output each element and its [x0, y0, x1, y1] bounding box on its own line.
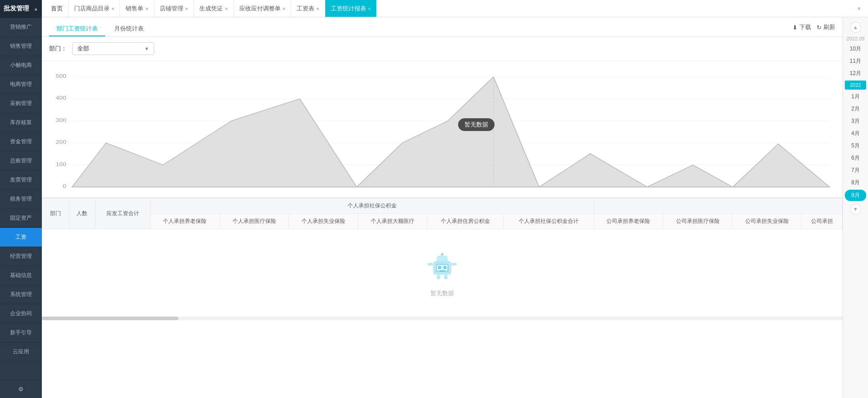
timeline-aug[interactable]: 8月 [843, 176, 868, 189]
sidebar-item-zijin[interactable]: 资金管理 [0, 132, 42, 151]
svg-text:300: 300 [56, 117, 66, 123]
gear-icon: ⚙ [18, 386, 24, 393]
sidebar-item-fapiao[interactable]: 发票管理 [0, 171, 42, 190]
download-icon: ⬇ [792, 24, 797, 31]
col-gs-shiye: 公司承担失业保险 [732, 214, 802, 229]
tab-mendian[interactable]: 门店商品目录 × [69, 0, 120, 17]
col-shiye: 个人承担失业保险 [289, 214, 358, 229]
sidebar-item-jingying[interactable]: 经营管理 [0, 247, 42, 266]
tab-dianpu[interactable]: 店铺管理 × [154, 0, 194, 17]
sidebar-item-xinshou[interactable]: 新手引导 [0, 323, 42, 343]
tab-xiaoshoudan[interactable]: 销售单 × [120, 0, 154, 17]
sidebar-header[interactable]: 批发管理 ▲ [0, 0, 42, 18]
svg-rect-24 [451, 263, 457, 266]
table-wrapper[interactable]: 部门 人数 应发工资合计 个人承担社保公积金 个人承担养老保险 个人承担医疗保险… [42, 197, 843, 398]
col-yiliao: 个人承担医疗保险 [220, 214, 289, 229]
tab-home[interactable]: 首页 [45, 0, 69, 17]
sidebar-item-xiaochang[interactable]: 小畅电商 [0, 56, 42, 75]
col-gs-yanglao: 公司承担养老保险 [594, 214, 663, 229]
empty-robot-icon [424, 247, 460, 284]
empty-label: 暂无数据 [430, 289, 454, 297]
sidebar-item-yunyingyong[interactable]: 云应用 [0, 343, 42, 362]
timeline-oct[interactable]: 10月 [843, 43, 868, 55]
timeline-apr[interactable]: 4月 [843, 127, 868, 140]
timeline-dec[interactable]: 12月 [843, 67, 868, 80]
tab-gongzibiao[interactable]: 工资表 × [291, 0, 325, 17]
timeline-sidebar: ▲ 2022.09 10月 11月 12月 2022 1月 2月 3月 4月 [843, 17, 868, 398]
svg-rect-23 [428, 263, 433, 266]
tab-close-all[interactable]: × [853, 3, 864, 14]
tab-yingshouyingfu[interactable]: 应收应付调整单 × [234, 0, 291, 17]
department-select[interactable]: 全部 ▼ [72, 42, 154, 55]
timeline-sep[interactable]: 9月 [845, 190, 866, 201]
svg-point-19 [439, 267, 440, 268]
close-all-icon: × [857, 5, 861, 12]
empty-state: 暂无数据 [42, 229, 843, 316]
content-area: 部门工资统计表 月份统计表 ⬇ 下载 ↻ 刷新 [42, 17, 868, 398]
page-content: 部门工资统计表 月份统计表 ⬇ 下载 ↻ 刷新 [42, 17, 843, 398]
col-group-company [594, 198, 842, 214]
tab-close-shengcheng[interactable]: × [225, 6, 227, 11]
timeline-mar[interactable]: 3月 [843, 115, 868, 127]
download-button[interactable]: ⬇ 下载 [792, 23, 811, 31]
tab-close-gongzitongji[interactable]: × [368, 6, 371, 11]
col-geren-heji: 个人承担社保公积金合计 [503, 214, 594, 229]
chart-svg: 0 100 200 300 400 500 [49, 65, 835, 193]
chevron-down-icon: ▼ [144, 46, 149, 51]
timeline-may[interactable]: 5月 [843, 140, 868, 152]
sidebar-item-jichu[interactable]: 基础信息 [0, 266, 42, 285]
svg-marker-12 [72, 77, 829, 187]
timeline-down-button[interactable]: ▼ [850, 204, 861, 215]
sidebar-item-caigou[interactable]: 采购管理 [0, 94, 42, 113]
filter-department-label: 部门： [49, 45, 67, 53]
tab-shengcheng[interactable]: 生成凭证 × [194, 0, 233, 17]
sidebar: 批发管理 ▲ 营销推广 销售管理 小畅电商 电商管理 采购管理 库存核算 资金管… [0, 0, 42, 398]
tab-close-gongzibiao[interactable]: × [316, 6, 319, 11]
timeline-jun[interactable]: 6月 [843, 152, 868, 164]
filter-bar: 部门： 全部 ▼ [42, 37, 843, 61]
tab-close-xiaoshoudan[interactable]: × [145, 6, 148, 11]
sidebar-item-guding[interactable]: 固定资产 [0, 209, 42, 228]
sidebar-collapse-icon[interactable]: ▲ [34, 6, 38, 11]
sidebar-settings[interactable]: ⚙ [0, 380, 42, 398]
refresh-button[interactable]: ↻ 刷新 [817, 23, 835, 31]
sidebar-item-xitong[interactable]: 系统管理 [0, 285, 42, 304]
sidebar-item-xiaoshou[interactable]: 销售管理 [0, 37, 42, 56]
empty-row: 暂无数据 [42, 229, 843, 316]
svg-text:200: 200 [56, 139, 66, 145]
stats-table: 部门 人数 应发工资合计 个人承担社保公积金 个人承担养老保险 个人承担医疗保险… [42, 198, 843, 316]
tab-close-mendian[interactable]: × [111, 6, 114, 11]
sidebar-item-zongzhang[interactable]: 总账管理 [0, 151, 42, 171]
sidebar-item-gongzi[interactable]: 工资 [0, 228, 42, 247]
timeline-year-2022: 2022.09 [843, 35, 868, 43]
svg-rect-26 [444, 275, 448, 279]
tab-close-dianpu[interactable]: × [185, 6, 188, 11]
timeline-up-button[interactable]: ▲ [850, 22, 861, 33]
col-da-e: 个人承担大额医疗 [358, 214, 427, 229]
svg-point-20 [444, 267, 446, 268]
timeline-jan[interactable]: 1月 [843, 91, 868, 103]
col-gs-other: 公司承担 [802, 214, 843, 229]
col-yanglao: 个人承担养老保险 [150, 214, 219, 229]
timeline-jul[interactable]: 7月 [843, 164, 868, 176]
timeline-nov[interactable]: 11月 [843, 55, 868, 67]
col-renshu: 人数 [69, 198, 96, 229]
svg-text:100: 100 [56, 161, 66, 167]
sidebar-item-yingxiao[interactable]: 营销推广 [0, 18, 42, 37]
tab-gongzitongji[interactable]: 工资统计报表 × [325, 0, 377, 17]
sidebar-item-shuiwu[interactable]: 税务管理 [0, 190, 42, 209]
sidebar-item-dianshang[interactable]: 电商管理 [0, 75, 42, 94]
chart-container: 0 100 200 300 400 500 [42, 61, 843, 197]
tab-bumen-gongzi[interactable]: 部门工资统计表 [49, 22, 105, 36]
col-zhufang: 个人承担住房公积金 [427, 214, 504, 229]
sidebar-title: 批发管理 [4, 5, 29, 13]
timeline-current-year[interactable]: 2022 [845, 81, 866, 90]
inner-tabs-left: 部门工资统计表 月份统计表 [49, 22, 151, 36]
col-gs-yiliao: 公司承担医疗保险 [663, 214, 732, 229]
sidebar-item-kucun[interactable]: 库存核算 [0, 113, 42, 132]
tab-yuefen-tongji[interactable]: 月份统计表 [107, 22, 151, 36]
sidebar-item-qiye[interactable]: 企业协同 [0, 304, 42, 323]
timeline-feb[interactable]: 2月 [843, 103, 868, 115]
col-group-geren: 个人承担社保公积金 [150, 198, 594, 214]
tab-close-yingshouyingfu[interactable]: × [283, 6, 285, 11]
